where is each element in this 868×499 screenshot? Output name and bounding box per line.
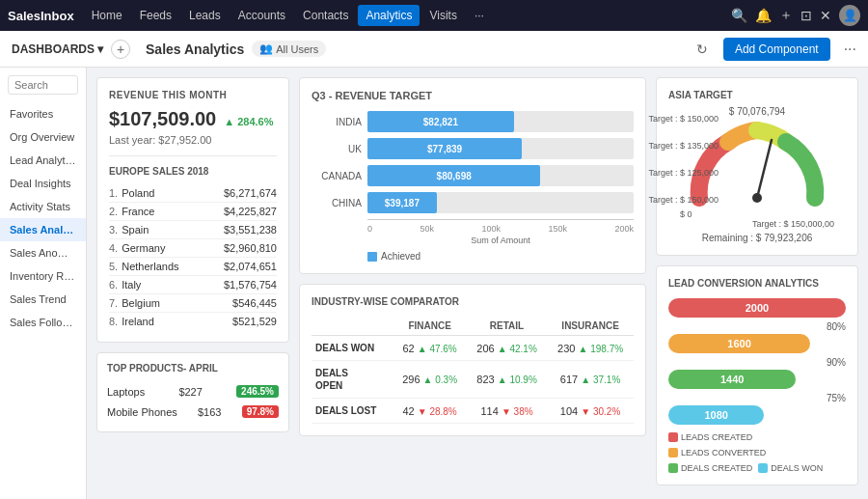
table-cell: 114 ▼ 38% [467,399,547,424]
avatar[interactable]: 👤 [839,5,860,26]
lead-bar-row: 1600 [668,334,846,353]
nav-feeds[interactable]: Feeds [132,5,179,26]
asia-title: ASIA TARGET [668,90,846,100]
sidebar-item-sales-analytics[interactable]: Sales Analytics [0,218,86,241]
list-item: 6.Italy$1,576,754 [109,276,277,294]
products-title: TOP PRODUCTS- APRIL [107,363,279,374]
lead-title: LEAD CONVERSION ANALYTICS [668,278,846,289]
bar-target: Target : $ 135,000 [648,141,719,151]
q3-card: Q3 - REVENUE TARGET INDIA $82,821 Target… [299,77,646,274]
table-cell: 62 ▲ 47.6% [393,336,467,361]
nav-leads[interactable]: Leads [181,5,229,26]
lead-pct: 80% [668,321,846,332]
nav-visits[interactable]: Visits [421,5,464,26]
list-item: 8.Ireland$521,529 [109,313,277,330]
search-icon[interactable]: 🔍 [731,8,747,23]
revenue-card: REVENUE THIS MONTH $107,509.00 284.6% La… [96,77,289,343]
product-badge: 97.8% [242,405,279,418]
sidebar-item-favorites[interactable]: Favorites [0,102,86,125]
top-nav: SalesInbox Home Feeds Leads Accounts Con… [0,0,868,31]
legend-label: LEADS CREATED [681,432,752,442]
bar-row-china: CHINA $39,187 Target : $ 150,000 [312,192,634,213]
nav-analytics[interactable]: Analytics [358,5,420,26]
row-label: DEALSOPEN [312,361,393,399]
product-value: $163 [198,406,221,418]
sidebar-search[interactable] [8,75,78,95]
lead-bar: 1600 [668,334,810,353]
bell-icon[interactable]: 🔔 [755,8,772,23]
refresh-button[interactable]: ↻ [696,42,708,57]
europe-list: 1.Poland$6,271,674 2.France$4,225,827 3.… [109,184,277,330]
legend-dot [668,448,678,457]
legend-item-leads-created: LEADS CREATED [668,432,752,442]
nav-home[interactable]: Home [84,5,130,26]
nav-more[interactable]: ··· [467,5,492,26]
table-row: DEALSOPEN 296 ▲ 0.3% 823 ▲ 10.9% 617 ▲ 3… [312,361,634,399]
revenue-change: 284.6% [224,116,273,127]
sidebar-item-org-overview[interactable]: Org Overview [0,125,86,149]
industry-card: INDUSTRY-WISE COMPARATOR FINANCE RETAIL … [299,284,646,436]
list-item: 5.Netherlands$2,074,651 [109,258,277,276]
lead-pct: 90% [668,357,846,368]
add-component-button[interactable]: Add Component [723,38,830,61]
more-options-button[interactable]: ··· [844,41,856,58]
table-row: DEALS WON 62 ▲ 47.6% 206 ▲ 42.1% 230 ▲ 1… [312,336,634,361]
table-cell: 296 ▲ 0.3% [393,361,467,399]
nav-contacts[interactable]: Contacts [295,5,356,26]
users-filter[interactable]: 👥 All Users [252,41,326,57]
nav-accounts[interactable]: Accounts [231,5,293,26]
dashboards-button[interactable]: DASHBOARDS ▾ [12,42,103,56]
sidebar-item-deal-insights[interactable]: Deal Insights [0,172,86,195]
svg-line-0 [757,140,772,198]
sidebar-item-inventory-reports[interactable]: Inventory Reports [0,264,86,288]
industry-title: INDUSTRY-WISE COMPARATOR [312,296,634,307]
bar-axis: 050k100k150k200k [312,224,634,234]
lead-bar: 1080 [668,405,764,425]
table-cell: 230 ▲ 198.7% [547,336,634,361]
lead-legend: LEADS CREATED LEADS CONVERTED DEALS CREA… [668,432,846,473]
col-header [312,317,393,336]
product-badge: 246.5% [236,385,279,398]
lead-bar: 1440 [668,370,796,389]
sidebar-item-activity-stats[interactable]: Activity Stats [0,195,86,218]
legend-label: DEALS CREATED [681,463,752,473]
legend-item-deals-won: DEALS WON [758,463,823,473]
sidebar-item-sales-anomalies[interactable]: Sales Anomalies [0,241,86,264]
legend-label: LEADS CONVERTED [681,448,766,457]
gauge-remaining: Remaining : $ 79,923,206 [702,233,813,243]
top-products-card: TOP PRODUCTS- APRIL Laptops $227 246.5% … [96,352,289,432]
brand-logo: SalesInbox [8,9,74,23]
legend-dot [668,463,678,473]
content-area: REVENUE THIS MONTH $107,509.00 284.6% La… [87,68,868,499]
window-icon[interactable]: ⊡ [800,8,812,23]
add-dashboard-button[interactable]: + [111,40,130,59]
col-header-insurance: INSURANCE [547,317,634,336]
bar-label: CANADA [312,171,362,181]
bar-row-india: INDIA $82,821 Target : $ 150,000 [312,111,634,132]
chevron-down-icon: ▾ [97,42,103,56]
lead-conversion-card: LEAD CONVERSION ANALYTICS 2000 80% 1600 … [656,265,858,485]
bar-legend: Achieved [312,251,634,262]
sidebar-item-sales-trend[interactable]: Sales Trend [0,288,86,311]
table-row: DEALS LOST 42 ▼ 28.8% 114 ▼ 38% 104 ▼ 30… [312,399,634,424]
product-value: $227 [178,386,202,398]
row-label: DEALS WON [312,336,393,361]
bar-label: CHINA [312,198,362,208]
revenue-title: REVENUE THIS MONTH [109,90,277,100]
gauge-max-label: Target : $ 150,000,00 [680,219,834,229]
bar-chart: INDIA $82,821 Target : $ 150,000 UK [312,111,634,262]
q3-title: Q3 - REVENUE TARGET [312,90,634,101]
list-item: 3.Spain$3,551,238 [109,221,277,239]
list-item: 7.Belgium$546,445 [109,294,277,313]
table-cell: 823 ▲ 10.9% [467,361,547,399]
legend-item-leads-converted: LEADS CONVERTED [668,448,766,457]
bar-axis-label: Sum of Amount [312,236,634,245]
sidebar-item-lead-analytics[interactable]: Lead Analytics [0,149,86,172]
sidebar-item-sales-followup[interactable]: Sales Follow-up T [0,311,86,334]
bar-target: Target : $ 150,000 [648,195,719,205]
lead-bar-row: 2000 [668,298,846,318]
plus-icon[interactable]: ＋ [779,7,793,24]
bar-target: Target : $ 125,000 [648,168,719,178]
close-icon[interactable]: ✕ [820,8,831,23]
list-item: 4.Germany$2,960,810 [109,239,277,258]
